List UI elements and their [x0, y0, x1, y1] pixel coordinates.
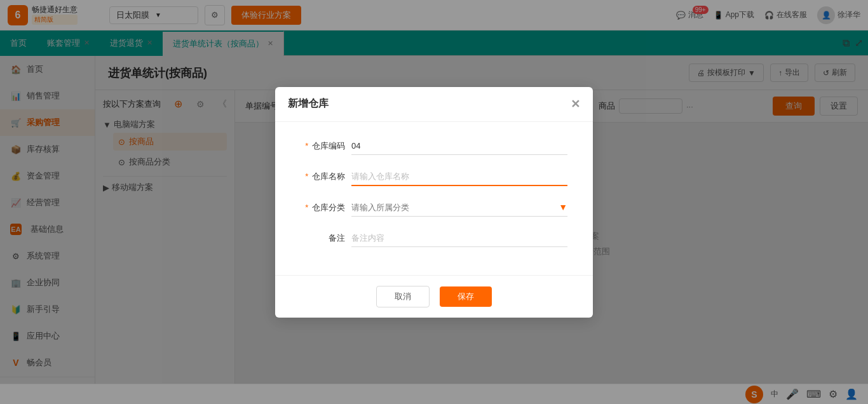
form-row-code: * 仓库编码 [301, 137, 567, 155]
modal-footer: 取消 保存 [275, 275, 593, 318]
code-label: * 仓库编码 [301, 140, 351, 152]
form-row-name: * 仓库名称 [301, 168, 567, 186]
form-row-note: 备注 [301, 229, 567, 247]
modal-overlay: 新增仓库 ✕ * 仓库编码 * 仓库名称 [0, 0, 868, 404]
modal-title: 新增仓库 [288, 97, 329, 111]
name-label: * 仓库名称 [301, 171, 351, 182]
required-star-code: * [305, 141, 308, 151]
warehouse-name-input[interactable] [351, 168, 567, 186]
category-dropdown-icon[interactable]: ▼ [559, 202, 567, 212]
required-star-category: * [305, 203, 308, 212]
modal-header: 新增仓库 ✕ [275, 87, 593, 122]
form-row-category: * 仓库分类 ▼ [301, 199, 567, 217]
modal-close-button[interactable]: ✕ [571, 97, 580, 111]
warehouse-category-input[interactable] [351, 199, 559, 216]
warehouse-code-input[interactable] [351, 137, 567, 155]
category-label: * 仓库分类 [301, 202, 351, 213]
modal-body: * 仓库编码 * 仓库名称 * 仓库分类 [275, 122, 593, 275]
add-warehouse-modal: 新增仓库 ✕ * 仓库编码 * 仓库名称 [275, 87, 593, 318]
cancel-button[interactable]: 取消 [376, 286, 430, 307]
note-label: 备注 [301, 232, 351, 244]
save-button[interactable]: 保存 [440, 286, 492, 307]
category-select-wrapper: ▼ [351, 199, 567, 217]
required-star-name: * [305, 172, 308, 181]
warehouse-note-input[interactable] [351, 229, 567, 247]
